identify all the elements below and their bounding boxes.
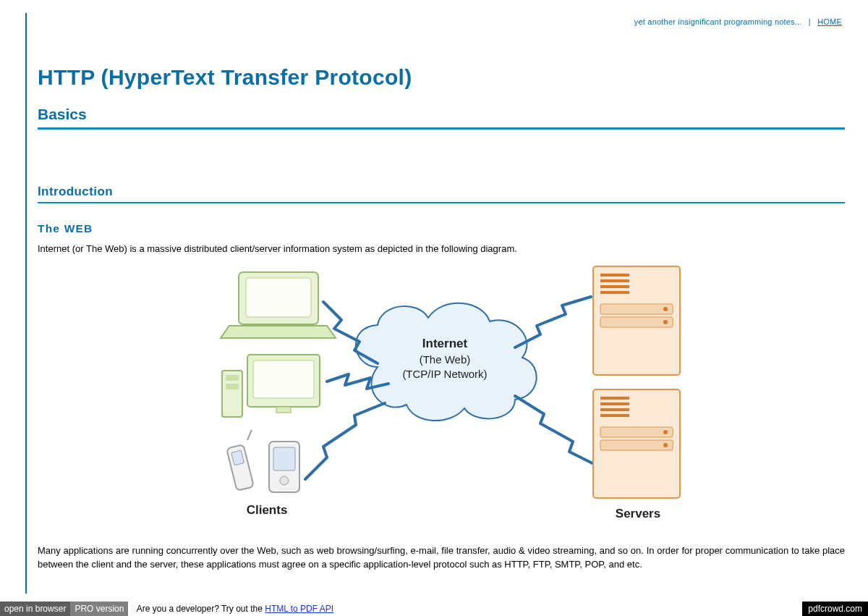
svg-rect-27 [600,414,629,417]
footer-bar: open in browserPRO version Are you a dev… [0,602,868,616]
open-in-browser-button[interactable]: open in browser [0,602,70,616]
svg-rect-17 [600,285,629,288]
pdfcrowd-link[interactable]: pdfcrowd.com [802,602,868,616]
svg-rect-3 [253,360,314,398]
svg-point-13 [280,476,289,485]
page-title: HTTP (HyperText Transfer Protocol) [38,65,845,90]
cloud-label-tcpip: (TCP/IP Network) [387,368,503,380]
svg-point-30 [663,430,668,434]
server-icon-2 [593,389,680,498]
section-the-web: The WEB [38,222,845,235]
clients-label: Clients [234,503,299,518]
svg-rect-19 [600,304,673,314]
paragraph-applications: Many applications are running concurrent… [38,544,845,572]
svg-rect-16 [600,279,629,282]
cloud-label-internet: Internet [398,337,492,351]
svg-point-31 [663,443,668,447]
svg-rect-24 [600,397,629,400]
server-icon-1 [593,266,680,375]
svg-rect-15 [600,274,629,277]
desktop-icon [222,355,320,417]
footer-message: Are you a developer? Try out the HTML to… [131,602,333,616]
svg-line-10 [247,430,252,440]
svg-rect-12 [273,447,295,471]
svg-rect-28 [600,427,673,437]
svg-rect-25 [600,402,629,405]
svg-rect-6 [226,375,239,381]
svg-rect-4 [276,407,291,413]
section-introduction: Introduction [38,185,845,203]
svg-point-22 [663,320,668,324]
phone-icon [226,430,254,491]
svg-rect-29 [600,440,673,450]
link-mobile [305,403,385,479]
laptop-icon [221,272,336,338]
link-server-2 [515,396,598,466]
network-diagram: Internet (The Web) (TCP/IP Network) Clie… [38,262,845,537]
paragraph-intro: Internet (or The Web) is a massive distr… [38,242,845,256]
svg-rect-7 [226,384,239,389]
svg-rect-1 [246,278,311,317]
cloud-label-web: (The Web) [398,353,492,366]
pda-icon [269,442,299,492]
page-subtitle: Basics [38,106,845,130]
svg-point-21 [663,307,668,311]
left-margin-rule [25,13,27,594]
html-to-pdf-api-link[interactable]: HTML to PDF API [265,604,333,614]
content-area: HTTP (HyperText Transfer Protocol) Basic… [38,13,845,572]
footer-dev-text: Are you a developer? Try out the [137,604,265,614]
servers-label: Servers [598,507,678,521]
pro-version-button[interactable]: PRO version [70,602,128,616]
svg-rect-18 [600,291,629,294]
svg-rect-26 [600,408,629,411]
svg-rect-20 [600,317,673,327]
